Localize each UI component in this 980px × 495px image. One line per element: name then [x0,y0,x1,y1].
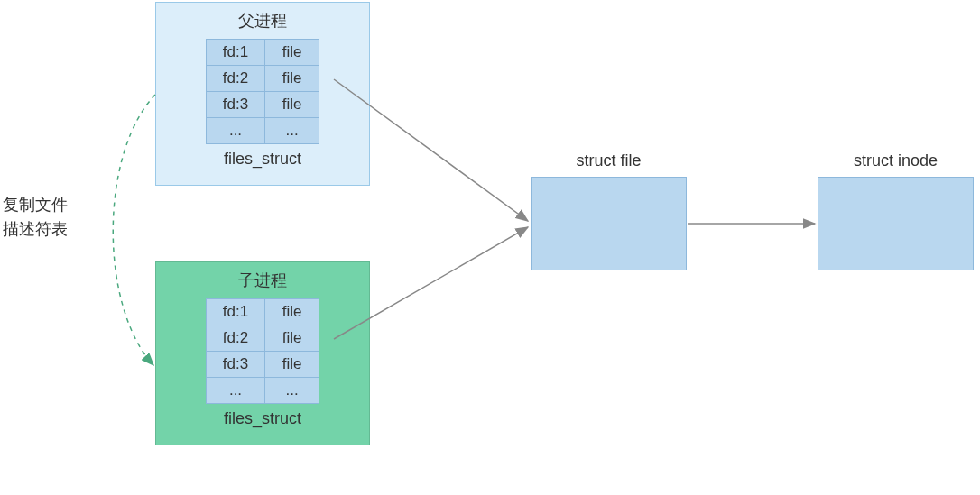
child-footer: files_struct [156,409,369,428]
file-cell: file [265,40,319,66]
parent-footer: files_struct [156,150,369,169]
table-row: ... ... [206,118,319,144]
copy-label-line1: 复制文件 [3,196,68,214]
file-cell: file [265,92,319,118]
table-row: fd:2 file [206,66,319,92]
child-process-box: 子进程 fd:1 file fd:2 file fd:3 file ... ..… [155,261,370,445]
table-row: fd:3 file [206,92,319,118]
fd-cell: fd:1 [206,299,264,325]
struct-inode-box [818,177,974,270]
diagram-container: 复制文件 描述符表 父进程 fd:1 file fd:2 file fd:3 f… [0,0,980,495]
file-cell: file [265,352,319,378]
parent-process-box: 父进程 fd:1 file fd:2 file fd:3 file ... ..… [155,2,370,186]
copy-fd-table-label: 复制文件 描述符表 [3,193,120,242]
fd-cell: ... [206,378,264,404]
child-fd-table: fd:1 file fd:2 file fd:3 file ... ... [206,298,319,404]
table-row: fd:3 file [206,352,319,378]
fd-cell: fd:3 [206,92,264,118]
fd-cell: fd:2 [206,325,264,352]
file-cell: ... [265,118,319,144]
file-cell: file [265,325,319,352]
struct-file-box [531,177,687,270]
child-title: 子进程 [156,270,369,291]
file-cell: file [265,66,319,92]
table-row: fd:1 file [206,40,319,66]
file-cell: file [265,299,319,325]
fd-cell: ... [206,118,264,144]
copy-label-line2: 描述符表 [3,220,68,238]
parent-fd-table: fd:1 file fd:2 file fd:3 file ... ... [206,39,319,144]
fd-cell: fd:2 [206,66,264,92]
table-row: fd:2 file [206,325,319,352]
table-row: fd:1 file [206,299,319,325]
table-row: ... ... [206,378,319,404]
parent-title: 父进程 [156,10,369,32]
file-cell: ... [265,378,319,404]
fd-cell: fd:1 [206,40,264,66]
struct-inode-label: struct inode [818,151,974,170]
struct-file-label: struct file [531,151,687,170]
fd-cell: fd:3 [206,352,264,378]
